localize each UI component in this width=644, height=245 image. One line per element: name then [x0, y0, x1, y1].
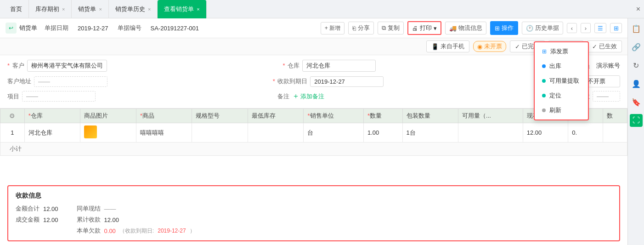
staff-value: 演示账号 — [596, 62, 620, 70]
doc-type-icon: ↩ — [6, 23, 17, 34]
cumulative-value: 12.00 — [104, 217, 119, 223]
row-available — [458, 123, 523, 142]
not-open-ticket-button[interactable]: ◉ 未开票 — [473, 41, 506, 52]
close-all-tabs[interactable]: × — [636, 5, 640, 13]
address-group: 客户地址 —— — [7, 76, 273, 87]
list-view-button[interactable]: ☰ — [594, 23, 606, 33]
same-order-value: —— — [104, 205, 116, 212]
row-amount — [603, 123, 627, 142]
trade-amount-row: 成交金额 12.00 — [16, 216, 58, 224]
doc-title: ↩ 销货单 — [6, 23, 37, 34]
due-hint: （收款到期日: — [119, 227, 154, 235]
check-icon: ✓ — [515, 43, 520, 50]
cumulative-row: 累计收款 12.00 — [77, 216, 195, 224]
tab-home[interactable]: 首页 — [4, 0, 29, 18]
row-min-stock — [248, 123, 304, 142]
ticket-icon: ◉ — [477, 43, 482, 50]
available-qty-dot-icon — [542, 79, 546, 83]
sidebar-expand-icon[interactable]: ⛶ — [630, 114, 643, 127]
doc-header: ↩ 销货单 单据日期 2019-12-27 单据编号 SA-20191227-0… — [0, 18, 627, 38]
col-gear[interactable]: ⚙ — [0, 109, 25, 123]
address-value[interactable]: —— — [34, 76, 107, 87]
project-value[interactable]: —— — [22, 91, 96, 102]
amount-row: 金额合计 12.00 — [16, 205, 58, 213]
payment-date-group: * 收款到期日 2019-12-27 — [273, 76, 538, 87]
ticket-type-value[interactable]: 不开票 — [583, 75, 620, 87]
same-order-row: 同单现结 —— — [77, 205, 195, 213]
add-invoice-icon: ⊞ — [542, 48, 547, 55]
col-spec: 规格型号 — [192, 109, 248, 123]
effective-icon: ✓ — [592, 43, 597, 50]
business-staff-value[interactable]: —— — [593, 91, 620, 102]
warehouse-value[interactable]: 河北仓库 — [302, 60, 376, 72]
table-row: 1 河北仓库 嘻嘻嘻嘻 台 1.00 1台 12.00 0. — [0, 123, 627, 142]
summary-panel: 收款信息 金额合计 12.00 成交金额 12.00 同单现结 —— — [7, 185, 620, 241]
summary-grid: 金额合计 12.00 成交金额 12.00 同单现结 —— 累计收款 — [16, 205, 612, 235]
doc-meta: 单据日期 2019-12-27 单据编号 SA-20191227-001 — [45, 24, 199, 32]
tab-view-sales-order[interactable]: 查看销货单 × — [158, 0, 206, 18]
available-qty-item[interactable]: 可用量提取 — [535, 74, 588, 88]
outbound-item[interactable]: 出库 — [535, 59, 588, 74]
close-tab-view[interactable]: × — [197, 6, 199, 12]
sidebar-user-icon[interactable]: 👤 — [630, 77, 643, 90]
from-phone-button[interactable]: 📱 来自手机 — [426, 40, 469, 52]
form-row-1: * * 客户客户 柳州粤港平安气体有限公司 * 仓库 河北仓库 业务员 演示账号 — [7, 60, 620, 72]
col-unit: *销售单位 — [304, 109, 363, 123]
summary-title: 收款信息 — [16, 192, 612, 200]
due-hint-end: ） — [190, 227, 195, 235]
same-order-label: 同单现结 — [77, 205, 101, 213]
refresh-item[interactable]: 刷新 — [535, 103, 588, 118]
row-qty: 1.00 — [363, 123, 402, 142]
sidebar-doc-icon[interactable]: 📋 — [630, 22, 643, 35]
effective-button[interactable]: ✓ 已生效 — [587, 40, 622, 52]
tab-sales-history[interactable]: 销货单历史 × — [109, 0, 158, 18]
operations-button[interactable]: ⊞ 操作 — [490, 21, 518, 35]
payment-date-value[interactable]: 2019-12-27 — [310, 76, 384, 87]
col-product: *商品 — [136, 109, 192, 123]
close-tab-inventory[interactable]: × — [62, 6, 65, 12]
col-qty: *数量 — [363, 109, 402, 123]
refresh-dot-icon — [542, 108, 546, 112]
operations-dropdown: ⊞ 添发票 出库 可用量提取 定位 刷新 — [534, 41, 589, 120]
trade-amount-label: 成交金额 — [16, 216, 40, 224]
amount-value: 12.00 — [43, 205, 58, 212]
sidebar-bookmark-icon[interactable]: 🔖 — [630, 96, 643, 108]
col-warehouse: *仓库 — [24, 109, 80, 123]
share-button[interactable]: ⎗ 分享 — [348, 22, 374, 34]
logistics-icon: 🚚 — [449, 25, 457, 32]
tab-inventory[interactable]: 库存期初 × — [29, 0, 72, 18]
print-button[interactable]: 🖨 打印 ▾ — [407, 21, 441, 35]
summary-col-left: 金额合计 12.00 成交金额 12.00 — [16, 205, 58, 235]
close-tab-history[interactable]: × — [148, 6, 151, 12]
logistics-button[interactable]: 🚚 物流信息 — [445, 22, 486, 34]
sidebar-link-icon[interactable]: 🔗 — [630, 40, 643, 53]
customer-value[interactable]: 柳州粤港平安气体有限公司 — [27, 60, 107, 72]
print-icon: 🖨 — [412, 25, 418, 32]
cumulative-label: 累计收款 — [77, 216, 101, 224]
col-min-stock: 最低库存 — [248, 109, 304, 123]
row-product: 嘻嘻嘻嘻 — [136, 123, 192, 142]
right-sidebar: 📋 🔗 ↻ 👤 🔖 ⛶ — [627, 18, 644, 245]
tab-sales-order[interactable]: 销货单 × — [72, 0, 108, 18]
close-tab-sales[interactable]: × — [99, 6, 102, 12]
form-row-3: 项目 —— 备注 ＋ 添加备注 * 业务员孟 —— — [7, 91, 620, 102]
row-price: 0. — [568, 123, 603, 142]
locate-item[interactable]: 定位 — [535, 88, 588, 103]
grid-view-button[interactable]: ⊞ — [610, 23, 622, 33]
next-record[interactable]: › — [581, 23, 591, 33]
add-remark-button[interactable]: ＋ 添加备注 — [292, 91, 324, 101]
sidebar-refresh-icon[interactable]: ↻ — [630, 59, 643, 72]
project-group: 项目 —— — [7, 91, 277, 102]
history-button[interactable]: 🕐 历史单据 — [522, 22, 563, 34]
remark-group: 备注 ＋ 添加备注 — [277, 91, 548, 101]
add-invoice-item[interactable]: ⊞ 添发票 — [535, 44, 588, 59]
copy-button[interactable]: ⧉ 复制 — [378, 22, 404, 34]
new-button[interactable]: + 新增 — [321, 22, 345, 34]
doc-date-value: 2019-12-27 — [78, 25, 108, 32]
summary-col-right: 同单现结 —— 累计收款 12.00 本单欠款 0.00 （收款到期日: 201… — [77, 205, 195, 235]
prev-record[interactable]: ‹ — [567, 23, 577, 33]
col-available: 可用量（... — [458, 109, 523, 123]
row-spec — [192, 123, 248, 142]
warehouse-group: * 仓库 河北仓库 — [283, 60, 559, 72]
copy-icon: ⧉ — [382, 24, 386, 32]
